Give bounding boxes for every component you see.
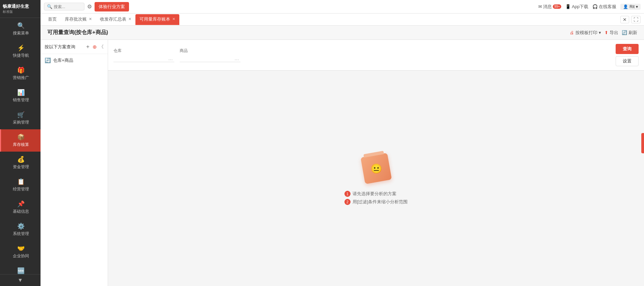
sidebar: 畅康通好生意 标准版 🔍 搜索菜单 ⚡ 快捷导航 🎁 营销推广 📊 销售管理 🛒… (0, 0, 41, 286)
query-bar: 仓库 … 商品 … 查询 设置 (108, 40, 644, 71)
filter-header: 按以下方案查询 ＋ ⊕ 《 (41, 40, 108, 54)
tab-label: 首页 (48, 16, 57, 22)
goods-input[interactable] (181, 56, 228, 61)
sidebar-item-label: 基础信息 (13, 209, 29, 214)
sidebar-item-operation[interactable]: 📋 经营管理 (0, 174, 41, 196)
sidebar-item-label: 资金管理 (13, 164, 29, 170)
main-area: 🔍 ⚙ 体验行业方案 ✉ 消息 99+ 📱 App下载 🎧 在线客服 👤 Rit (41, 0, 644, 286)
export-label: 导出 (610, 30, 618, 36)
app-download-button[interactable]: 📱 App下载 (565, 4, 588, 10)
refresh-label: 刷新 (628, 30, 637, 36)
goods-field: 商品 … (180, 48, 240, 62)
message-icon: ✉ (538, 4, 542, 9)
trial-button[interactable]: 体验行业方案 (95, 2, 129, 11)
settings-button[interactable]: 设置 (616, 56, 639, 66)
warehouse-input-wrapper[interactable]: … (113, 55, 174, 62)
empty-tip-2-text: 用[过滤]条件来缩小分析范围 (353, 199, 408, 205)
add-filter-icon[interactable]: ＋ (85, 43, 91, 50)
cooperation-icon: 🤝 (17, 245, 25, 252)
message-button[interactable]: ✉ 消息 99+ (538, 4, 561, 10)
tabs-close-button[interactable]: ✕ (620, 16, 629, 23)
empty-tips: 1 请先选择要分析的方案 2 用[过滤]条件来缩小分析范围 (344, 191, 408, 205)
sidebar-item-search[interactable]: 🔍 搜索菜单 (0, 18, 41, 40)
content-area: 按以下方案查询 ＋ ⊕ 《 🔄 仓库+商品 仓库 … (41, 40, 644, 286)
empty-box: 😐 (360, 153, 392, 184)
refresh-button[interactable]: 🔄 刷新 (622, 30, 637, 36)
warehouse-more-icon[interactable]: … (168, 56, 173, 61)
export-icon: ⬆ (604, 30, 608, 35)
sidebar-item-sales[interactable]: 📊 销售管理 (0, 85, 41, 107)
sidebar-nav: 🔍 搜索菜单 ⚡ 快捷导航 🎁 营销推广 📊 销售管理 🛒 采购管理 📦 库存核… (0, 18, 41, 274)
search-icon: 🔍 (47, 4, 52, 9)
sidebar-item-cooperation[interactable]: 🤝 企业协同 (0, 241, 41, 263)
tab-close-icon[interactable]: ✕ (128, 17, 131, 21)
right-edge-handle[interactable] (641, 133, 644, 153)
goods-more-icon[interactable]: … (234, 56, 239, 61)
empty-tip-2: 2 用[过滤]条件来缩小分析范围 (344, 199, 408, 205)
goods-input-wrapper[interactable]: … (180, 55, 240, 62)
filter-collapse-icon[interactable]: 《 (99, 44, 104, 50)
topbar-search-box[interactable]: 🔍 (44, 3, 84, 10)
tab-summary[interactable]: 收发存汇总表 ✕ (96, 14, 135, 25)
sidebar-item-system[interactable]: ⚙️ 系统管理 (0, 218, 41, 241)
user-avatar: 👤 (623, 4, 628, 9)
sidebar-item-newbie[interactable]: 🆕 新手引导 (0, 263, 41, 274)
tab-close-icon[interactable]: ✕ (89, 17, 92, 21)
tabs-fullscreen-button[interactable]: ⛶ (631, 16, 641, 23)
tab-batch[interactable]: 库存批次账 ✕ (61, 14, 96, 25)
sidebar-item-basic[interactable]: 📌 基础信息 (0, 196, 41, 218)
settings-icon[interactable]: ⚙ (87, 3, 92, 10)
sidebar-item-inventory[interactable]: 📦 库存核算 (0, 129, 41, 152)
chevron-down-icon: ▾ (636, 4, 638, 9)
query-area: 仓库 … 商品 … 查询 设置 (108, 40, 644, 286)
online-service-button[interactable]: 🎧 在线客服 (592, 4, 616, 10)
tab-close-icon[interactable]: ✕ (172, 17, 175, 21)
sidebar-item-label: 快捷导航 (13, 53, 29, 58)
search-input[interactable] (54, 4, 81, 9)
app-tag: 标准版 (3, 9, 13, 14)
sidebar-logo: 畅康通好生意 标准版 (0, 0, 41, 18)
newbie-icon: 🆕 (17, 267, 25, 274)
sales-icon: 📊 (17, 89, 25, 96)
sidebar-bottom: ▼ (0, 274, 41, 286)
user-menu[interactable]: 👤 Rit ▾ (620, 4, 641, 10)
tabs-controls: ✕ ⛶ (620, 16, 641, 23)
query-actions: 查询 设置 (616, 44, 639, 66)
sidebar-item-label: 库存核算 (13, 142, 29, 148)
sidebar-item-purchase[interactable]: 🛒 采购管理 (0, 107, 41, 129)
page-header: 可用量查询(按仓库+商品) 🖨 按模板打印 ▾ ⬆ 导出 🔄 刷新 (41, 26, 644, 40)
tab-label: 收发存汇总表 (100, 16, 126, 22)
message-badge: 99+ (553, 4, 561, 9)
warehouse-input[interactable] (115, 56, 162, 61)
tab-home[interactable]: 首页 (44, 14, 61, 25)
empty-illustration: 😐 (359, 152, 393, 185)
tab-available[interactable]: 可用量库存账本 ✕ (135, 14, 179, 25)
empty-tip-1: 1 请先选择要分析的方案 (344, 191, 408, 197)
filter-item-warehouse-goods[interactable]: 🔄 仓库+商品 (41, 54, 108, 67)
app-download-label: App下载 (572, 4, 588, 10)
sidebar-item-label: 企业协同 (13, 253, 29, 259)
download-icon: 📱 (565, 4, 571, 9)
shortcut-icon: ⚡ (17, 44, 25, 52)
message-label: 消息 (543, 4, 552, 10)
sidebar-item-label: 搜索菜单 (13, 30, 29, 36)
system-icon: ⚙️ (17, 223, 25, 230)
sidebar-item-marketing[interactable]: 🎁 营销推广 (0, 62, 41, 85)
app-name: 畅康通好生意 (3, 3, 29, 9)
sidebar-item-label: 销售管理 (13, 97, 29, 103)
operation-icon: 📋 (17, 178, 25, 185)
filter-item-label: 仓库+商品 (53, 57, 73, 63)
filter-settings-icon[interactable]: ⊕ (93, 44, 97, 50)
sidebar-collapse-arrow[interactable]: ▼ (18, 277, 23, 283)
sidebar-item-shortcut[interactable]: ⚡ 快捷导航 (0, 40, 41, 62)
goods-label: 商品 (180, 48, 240, 54)
print-label: 按模板打印 (575, 30, 597, 36)
search-icon: 🔍 (17, 22, 25, 29)
sidebar-item-finance[interactable]: 💰 资金管理 (0, 152, 41, 174)
chevron-down-icon: ▾ (599, 30, 601, 35)
print-button[interactable]: 🖨 按模板打印 ▾ (570, 30, 601, 36)
print-icon: 🖨 (570, 30, 574, 35)
export-button[interactable]: ⬆ 导出 (604, 30, 618, 36)
sidebar-item-label: 系统管理 (13, 231, 29, 237)
query-button[interactable]: 查询 (616, 44, 639, 54)
